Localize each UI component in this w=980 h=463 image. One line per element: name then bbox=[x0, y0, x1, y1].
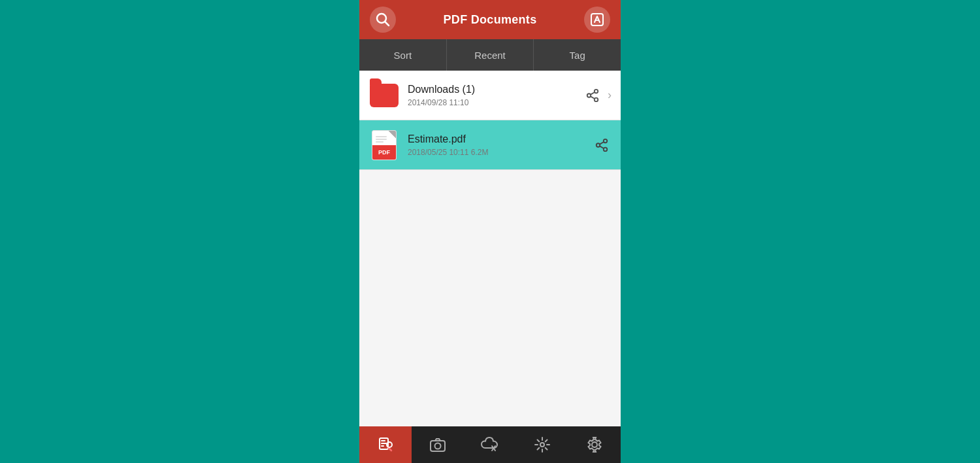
header: PDF Documents bbox=[359, 0, 621, 39]
nav-docs-button[interactable] bbox=[359, 426, 412, 463]
svg-point-23 bbox=[592, 442, 597, 447]
edit-icon bbox=[590, 12, 604, 27]
share-button[interactable] bbox=[592, 135, 612, 155]
edit-button[interactable] bbox=[584, 7, 610, 33]
item-actions: › bbox=[583, 86, 612, 105]
nav-camera-button[interactable] bbox=[412, 426, 464, 463]
item-name: Estimate.pdf bbox=[408, 133, 592, 145]
empty-area bbox=[359, 249, 621, 426]
docs-icon bbox=[377, 436, 394, 453]
svg-line-8 bbox=[591, 92, 595, 94]
share-icon bbox=[585, 88, 600, 103]
list-item[interactable]: Downloads (1) 2014/09/28 11:10 › bbox=[359, 71, 621, 120]
nav-cloud-button[interactable] bbox=[464, 426, 516, 463]
list-item[interactable]: PDF Estimate.pdf 2018/05/25 10:11 6.2M bbox=[359, 120, 621, 170]
nav-tools-button[interactable] bbox=[516, 426, 568, 463]
nav-settings-button[interactable] bbox=[568, 426, 621, 463]
svg-point-10 bbox=[596, 143, 600, 147]
svg-line-13 bbox=[600, 141, 604, 144]
item-info: Downloads (1) 2014/09/28 11:10 bbox=[408, 84, 583, 107]
pdf-icon: PDF bbox=[372, 130, 397, 160]
tag-button[interactable]: Tag bbox=[534, 39, 621, 71]
svg-rect-15 bbox=[381, 440, 385, 441]
svg-rect-20 bbox=[431, 441, 445, 451]
svg-point-4 bbox=[595, 89, 598, 93]
item-meta: 2018/05/25 10:11 6.2M bbox=[408, 148, 592, 157]
recent-button[interactable]: Recent bbox=[447, 39, 534, 71]
page-title: PDF Documents bbox=[444, 13, 537, 27]
svg-point-21 bbox=[435, 443, 441, 449]
item-actions bbox=[592, 135, 612, 155]
sort-button[interactable]: Sort bbox=[359, 39, 447, 71]
search-button[interactable] bbox=[370, 7, 396, 33]
svg-line-7 bbox=[591, 96, 595, 99]
chevron-icon: › bbox=[608, 88, 612, 102]
svg-point-6 bbox=[595, 97, 598, 101]
bottom-nav bbox=[359, 426, 621, 463]
svg-point-11 bbox=[604, 147, 608, 151]
svg-point-22 bbox=[540, 443, 544, 447]
svg-rect-17 bbox=[381, 445, 384, 447]
tools-icon bbox=[534, 436, 551, 453]
pdf-label-bar: PDF bbox=[372, 145, 396, 160]
search-icon bbox=[376, 12, 390, 27]
app-container: PDF Documents Sort Recent Tag Downloads … bbox=[359, 0, 621, 463]
item-info: Estimate.pdf 2018/05/25 10:11 6.2M bbox=[408, 133, 592, 157]
item-meta: 2014/09/28 11:10 bbox=[408, 98, 583, 107]
file-list: Downloads (1) 2014/09/28 11:10 › bbox=[359, 71, 621, 249]
svg-point-5 bbox=[587, 94, 591, 97]
item-name: Downloads (1) bbox=[408, 84, 583, 95]
folder-icon bbox=[370, 84, 399, 107]
pdf-icon-container: PDF bbox=[368, 129, 400, 161]
camera-icon bbox=[429, 436, 446, 453]
cloud-icon bbox=[480, 436, 500, 453]
folder-icon-container bbox=[368, 80, 400, 111]
share-icon bbox=[595, 138, 609, 152]
share-button[interactable] bbox=[583, 86, 602, 105]
svg-point-9 bbox=[604, 139, 608, 143]
pdf-lines bbox=[376, 136, 387, 144]
svg-rect-2 bbox=[591, 14, 603, 26]
toolbar: Sort Recent Tag bbox=[359, 39, 621, 71]
svg-line-1 bbox=[385, 22, 389, 26]
svg-line-12 bbox=[600, 146, 604, 148]
svg-rect-16 bbox=[381, 443, 387, 444]
settings-icon bbox=[586, 436, 603, 453]
